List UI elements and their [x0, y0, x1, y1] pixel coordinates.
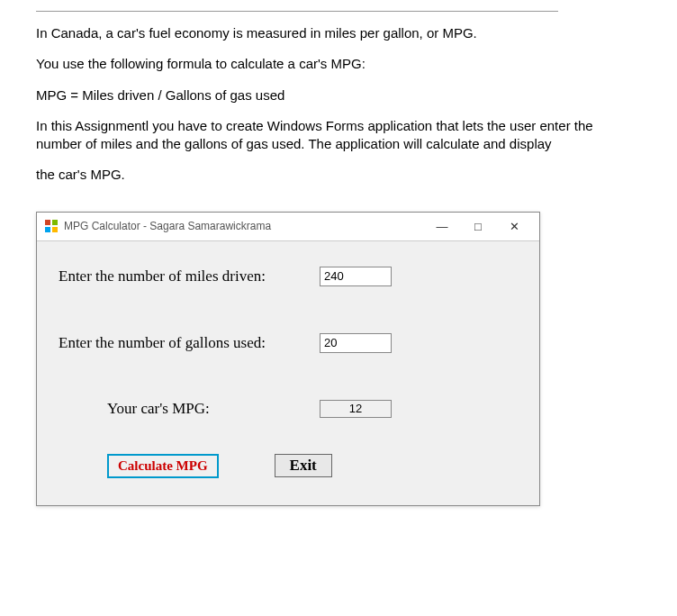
window-controls: — □ ✕: [424, 213, 532, 239]
gallons-row: Enter the number of gallons used:: [59, 333, 518, 353]
close-icon: ✕: [510, 220, 519, 233]
description-line-4: In this Assignmentl you have to create W…: [36, 117, 641, 154]
button-row: Calculate MPG Exit: [59, 454, 518, 478]
gallons-input[interactable]: [320, 333, 392, 353]
svg-rect-3: [52, 227, 58, 232]
close-button[interactable]: ✕: [496, 213, 532, 239]
maximize-button[interactable]: □: [460, 213, 496, 239]
svg-rect-0: [45, 220, 50, 225]
svg-rect-1: [52, 220, 58, 225]
minimize-button[interactable]: —: [424, 213, 460, 239]
result-row: Your car's MPG: 12: [59, 400, 518, 418]
result-output: 12: [320, 400, 392, 418]
minimize-icon: —: [437, 220, 448, 233]
window-title: MPG Calculator - Sagara Samarawickrama: [64, 220, 424, 232]
result-label: Your car's MPG:: [107, 400, 320, 418]
form-body: Enter the number of miles driven: Enter …: [37, 241, 539, 505]
titlebar[interactable]: MPG Calculator - Sagara Samarawickrama —…: [37, 213, 539, 241]
calculate-button[interactable]: Calculate MPG: [107, 454, 219, 478]
svg-rect-2: [45, 227, 50, 232]
assignment-description: In Canada, a car's fuel economy is measu…: [36, 24, 641, 185]
description-line-5: the car's MPG.: [36, 166, 641, 184]
description-line-2: You use the following formula to calcula…: [36, 55, 641, 73]
app-icon: [44, 219, 59, 233]
miles-row: Enter the number of miles driven:: [59, 267, 518, 286]
app-window: MPG Calculator - Sagara Samarawickrama —…: [36, 212, 540, 506]
miles-input[interactable]: [320, 267, 392, 286]
miles-label: Enter the number of miles driven:: [59, 267, 320, 285]
maximize-icon: □: [474, 220, 482, 233]
result-value: 12: [349, 402, 362, 415]
description-line-1: In Canada, a car's fuel economy is measu…: [36, 24, 641, 42]
description-line-3: MPG = Miles driven / Gallons of gas used: [36, 86, 641, 104]
exit-button[interactable]: Exit: [275, 454, 332, 477]
top-divider: [36, 11, 558, 12]
gallons-label: Enter the number of gallons used:: [59, 334, 320, 352]
